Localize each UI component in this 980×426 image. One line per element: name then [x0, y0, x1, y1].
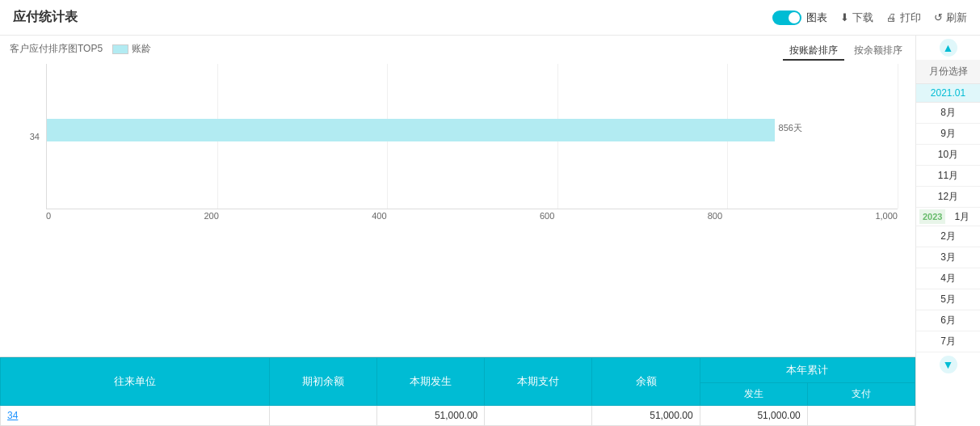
sidebar-month-12[interactable]: 12月 [916, 187, 980, 208]
grid-line-5 [898, 64, 898, 209]
y-axis-label: 34 [10, 64, 46, 209]
up-arrow-icon[interactable]: ▲ [940, 39, 957, 57]
cell-balance: 51,000.00 [592, 406, 700, 426]
chart-section: 客户应付排序图TOP5 账龄 按账龄排序 按余额排序 34 [0, 36, 915, 426]
sidebar-header-label: 月份选择 [929, 65, 968, 77]
download-button[interactable]: ⬇ 下载 [840, 11, 873, 25]
sidebar-nav-up[interactable]: ▲ [916, 36, 980, 60]
cell-opening [269, 406, 376, 426]
x-tick-0: 0 [46, 211, 51, 221]
bar-fill [47, 119, 775, 141]
sidebar-header: 月份选择 [916, 60, 980, 84]
chart-legend: 客户应付排序图TOP5 账龄 [10, 42, 906, 56]
chart-inner: 856天 [46, 64, 898, 209]
page-title: 应付统计表 [13, 9, 78, 26]
x-tick-400: 400 [372, 211, 386, 221]
sidebar-month-11[interactable]: 11月 [916, 166, 980, 187]
sidebar-month-8[interactable]: 8月 [916, 103, 980, 124]
app-container: 应付统计表 图表 ⬇ 下载 🖨 打印 ↺ 刷新 [0, 0, 980, 426]
sidebar-month-9[interactable]: 9月 [916, 124, 980, 145]
chart-area: 客户应付排序图TOP5 账龄 按账龄排序 按余额排序 34 [0, 36, 915, 356]
cell-current-pay [485, 406, 592, 426]
cell-ytd-occur: 51,000.00 [700, 406, 807, 426]
col-unit: 往来单位 [1, 358, 270, 406]
year-2023-label: 2023 [919, 209, 945, 224]
chart-toggle-label: 图表 [806, 11, 827, 25]
cell-current-occur: 51,000.00 [377, 406, 485, 426]
col-opening: 期初余额 [269, 358, 376, 406]
sidebar-month-10[interactable]: 10月 [916, 145, 980, 166]
x-tick-200: 200 [204, 211, 219, 221]
sidebar-month-5[interactable]: 5月 [916, 289, 980, 310]
sidebar-month-3[interactable]: 3月 [916, 247, 980, 268]
col-ytd-occur: 发生 [700, 383, 807, 406]
x-axis: 0 200 400 600 800 1,000 [46, 211, 898, 221]
table-section: 往来单位 期初余额 本期发生 本期支付 余额 本年累计 发生 支付 [0, 356, 915, 426]
sidebar-month-7[interactable]: 7月 [916, 331, 980, 352]
x-tick-800: 800 [708, 211, 722, 221]
sidebar-current-date[interactable]: 2021.01 [916, 84, 980, 103]
sidebar-month-4[interactable]: 4月 [916, 268, 980, 289]
legend-title: 客户应付排序图TOP5 [10, 42, 103, 56]
bar-chart: 34 856天 [10, 64, 906, 242]
refresh-button[interactable]: ↺ 刷新 [934, 11, 967, 25]
col-current-pay: 本期支付 [485, 358, 592, 406]
sidebar-month-6[interactable]: 6月 [916, 310, 980, 331]
legend-item-age: 账龄 [112, 42, 151, 56]
sort-tab-balance[interactable]: 按余额排序 [848, 42, 909, 61]
print-button[interactable]: 🖨 打印 [886, 11, 921, 25]
x-tick-1000: 1,000 [875, 211, 898, 221]
sidebar-nav-down[interactable]: ▼ [916, 352, 980, 377]
col-balance: 余额 [592, 358, 700, 406]
down-arrow-icon[interactable]: ▼ [940, 356, 957, 373]
data-table: 往来单位 期初余额 本期发生 本期支付 余额 本年累计 发生 支付 [0, 357, 915, 426]
sidebar-month-1[interactable]: 1月 [947, 210, 977, 224]
col-ytd-pay: 支付 [807, 383, 915, 406]
bar-value-label: 856天 [779, 122, 802, 134]
print-icon: 🖨 [886, 11, 897, 23]
col-current-occur: 本期发生 [377, 358, 485, 406]
legend-color-age [112, 44, 128, 54]
sidebar-month-2[interactable]: 2月 [916, 226, 980, 247]
refresh-label: 刷新 [946, 11, 967, 25]
chart-toggle[interactable] [772, 11, 801, 25]
sort-tabs: 按账龄排序 按余额排序 [783, 42, 909, 61]
year-2023-row: 2023 1月 [916, 208, 980, 226]
refresh-icon: ↺ [934, 11, 943, 23]
download-label: 下载 [852, 11, 873, 25]
header: 应付统计表 图表 ⬇ 下载 🖨 打印 ↺ 刷新 [0, 0, 980, 36]
legend-text-age: 账龄 [132, 42, 151, 56]
sidebar: ▲ 月份选择 2021.01 8月 9月 10月 11月 12月 2023 1月… [915, 36, 980, 426]
header-actions: 图表 ⬇ 下载 🖨 打印 ↺ 刷新 [772, 11, 967, 25]
bar-row [47, 119, 775, 141]
cell-ytd-pay [807, 406, 915, 426]
x-tick-600: 600 [540, 211, 554, 221]
print-label: 打印 [900, 11, 921, 25]
download-icon: ⬇ [840, 11, 849, 23]
bar-row-label: 34 [30, 132, 40, 141]
cell-unit: 34 [1, 406, 270, 426]
unit-link[interactable]: 34 [7, 410, 18, 421]
col-ytd: 本年累计 [700, 358, 915, 383]
main-area: 客户应付排序图TOP5 账龄 按账龄排序 按余额排序 34 [0, 36, 980, 426]
table-row: 34 51,000.00 51,000.00 51,000.00 [1, 406, 915, 426]
table-wrapper: 往来单位 期初余额 本期发生 本期支付 余额 本年累计 发生 支付 [0, 357, 915, 426]
sort-tab-age[interactable]: 按账龄排序 [783, 42, 844, 61]
chart-toggle-group: 图表 [772, 11, 827, 25]
